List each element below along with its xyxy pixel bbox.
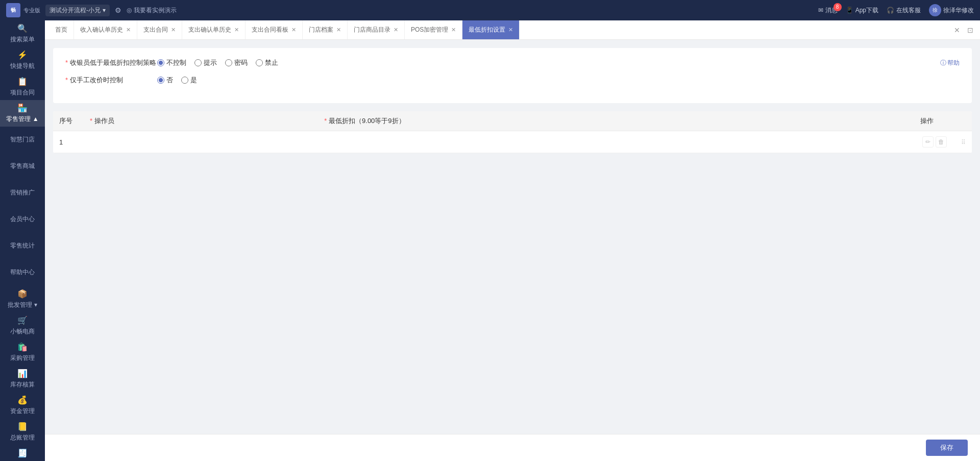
- tab-close-icon[interactable]: ✕: [291, 27, 296, 33]
- tab-min-discount[interactable]: 最低折扣设置 ✕: [462, 20, 520, 40]
- headset-icon: 🎧: [887, 7, 894, 14]
- required-marker2: *: [65, 76, 68, 84]
- col-discount-header: * 最低折扣（9.00等于9折）: [318, 111, 914, 131]
- tabbar: 首页 收入确认单历史 ✕ 支出合同 ✕ 支出确认单历史 ✕ 支出合同看板 ✕ 门…: [45, 20, 980, 40]
- sidebar-item-label: 资金管理: [10, 407, 35, 416]
- discount-policy-options: 不控制 提示 密码 禁止: [157, 58, 278, 67]
- option-yes-label: 是: [190, 76, 197, 85]
- tab-close-icon[interactable]: ✕: [126, 27, 131, 33]
- tab-store-file-label: 门店档案: [309, 26, 333, 34]
- close-tab-btn[interactable]: ✕: [951, 25, 963, 36]
- content-area: 首页 收入确认单历史 ✕ 支出合同 ✕ 支出确认单历史 ✕ 支出合同看板 ✕ 门…: [45, 20, 980, 461]
- option-password[interactable]: 密码: [225, 58, 248, 67]
- tab-income-history-label: 收入确认单历史: [80, 26, 123, 34]
- topbar-right: ✉ 消息 8 📱 App下载 🎧 在线客服 徐 徐泽华修改: [818, 4, 974, 16]
- option-password-label: 密码: [234, 58, 248, 67]
- edit-btn[interactable]: ✏: [922, 136, 934, 148]
- username: 徐泽华修改: [943, 6, 974, 15]
- tab-store-file[interactable]: 门店档案 ✕: [303, 20, 348, 40]
- app-download-action[interactable]: 📱 App下载: [846, 6, 878, 15]
- delete-btn[interactable]: 🗑: [936, 136, 947, 148]
- tab-home[interactable]: 首页: [49, 20, 74, 40]
- help-link-text: 帮助: [947, 59, 960, 67]
- project-name: 测试分开流程-小兄: [50, 6, 101, 15]
- table-section: 序号 * 操作员 * 最低折扣（9.00等于9折） 操作 1: [53, 111, 972, 153]
- tab-pay-contract-board[interactable]: 支出合同看板 ✕: [246, 20, 303, 40]
- sidebar-item-label: 库存核算: [10, 381, 35, 389]
- sidebar-item-marketing[interactable]: 营销推广: [0, 180, 45, 206]
- discount-policy-label: * 收银员低于最低折扣控制策略: [65, 58, 157, 67]
- tab-close-icon[interactable]: ✕: [336, 27, 341, 33]
- sidebar-item-online-shop[interactable]: 零售商城: [0, 153, 45, 180]
- sidebar-item-finance[interactable]: 💰 资金管理: [0, 392, 45, 419]
- project-selector[interactable]: 测试分开流程-小兄 ▾: [45, 5, 110, 16]
- dropdown-icon: ▾: [103, 7, 106, 14]
- sidebar-item-smart-store[interactable]: 智慧门店: [0, 127, 45, 153]
- settings-icon[interactable]: ⚙: [115, 6, 121, 14]
- tab-close-icon[interactable]: ✕: [234, 27, 239, 33]
- tab-close-active-icon[interactable]: ✕: [508, 27, 513, 33]
- tab-pay-contract-label: 支出合同: [143, 26, 168, 34]
- tab-pos-encrypt[interactable]: POS加密管理 ✕: [405, 20, 462, 40]
- help-link[interactable]: ⓘ 帮助: [940, 59, 960, 67]
- online-support-action[interactable]: 🎧 在线客服: [887, 6, 921, 15]
- demo-link[interactable]: ◎ 我要看实例演示: [127, 6, 177, 15]
- ecommerce-icon: 🛒: [17, 316, 28, 325]
- tab-close-icon[interactable]: ✕: [171, 27, 176, 33]
- sidebar-item-label: 小畅电商: [10, 328, 35, 336]
- sidebar-item-ecommerce[interactable]: 🛒 小畅电商: [0, 312, 45, 339]
- option-forbid[interactable]: 禁止: [256, 58, 278, 67]
- tab-store-catalog[interactable]: 门店商品目录 ✕: [348, 20, 405, 40]
- tab-income-history[interactable]: 收入确认单历史 ✕: [74, 20, 137, 40]
- option-no-control-label: 不控制: [166, 58, 186, 67]
- main-layout: 🔍 搜索菜单 ⚡ 快捷导航 📋 项目合同 🏪 零售管理 ▲ 智慧门店 零售商城 …: [0, 20, 980, 461]
- sidebar-item-label: 快捷导航: [10, 62, 35, 70]
- help-circle-icon: ⓘ: [940, 59, 946, 67]
- app-download-label: App下载: [855, 6, 878, 15]
- tab-pay-contract[interactable]: 支出合同 ✕: [137, 20, 182, 40]
- sidebar-item-help[interactable]: 帮助中心: [0, 259, 45, 286]
- option-no-control[interactable]: 不控制: [157, 58, 186, 67]
- sidebar-item-search[interactable]: 🔍 搜索菜单: [0, 20, 45, 47]
- tab-pay-confirm-history-label: 支出确认单历史: [188, 26, 231, 34]
- tab-close-icon[interactable]: ✕: [451, 27, 456, 33]
- sidebar-item-accounting[interactable]: 📒 总账管理: [0, 419, 45, 445]
- tab-close-icon[interactable]: ✕: [394, 27, 398, 33]
- sidebar-item-label: 帮助中心: [10, 269, 35, 277]
- user-area[interactable]: 徐 徐泽华修改: [929, 4, 974, 16]
- option-remind[interactable]: 提示: [194, 58, 217, 67]
- tab-store-catalog-label: 门店商品目录: [354, 26, 390, 34]
- maximize-btn[interactable]: ⊡: [965, 25, 976, 36]
- invoice-icon: 🧾: [17, 448, 28, 458]
- cell-operator: [84, 131, 318, 153]
- logo-icon: 畅: [6, 3, 20, 17]
- tab-pay-confirm-history[interactable]: 支出确认单历史 ✕: [182, 20, 246, 40]
- sidebar-item-contract[interactable]: 📋 项目合同: [0, 74, 45, 100]
- option-no[interactable]: 否: [157, 76, 173, 85]
- sidebar-item-retail[interactable]: 🏪 零售管理 ▲: [0, 100, 45, 127]
- sidebar-item-invoice[interactable]: 🧾 发票管理: [0, 445, 45, 461]
- manual-price-label: * 仅手工改价时控制: [65, 76, 157, 85]
- sidebar-item-inventory[interactable]: 📊 库存核算: [0, 366, 45, 392]
- message-icon: ✉: [818, 7, 823, 14]
- message-action[interactable]: ✉ 消息 8: [818, 6, 838, 15]
- drag-handle[interactable]: ⠿: [961, 139, 966, 146]
- sidebar-item-wholesale[interactable]: 📦 批发管理 ▾: [0, 286, 45, 312]
- cell-actions: ✏ 🗑: [914, 131, 955, 153]
- data-table: 序号 * 操作员 * 最低折扣（9.00等于9折） 操作 1: [53, 111, 972, 153]
- action-buttons: ✏ 🗑: [920, 136, 949, 148]
- sidebar-item-quicknav[interactable]: ⚡ 快捷导航: [0, 47, 45, 74]
- sidebar-item-member[interactable]: 会员中心: [0, 206, 45, 233]
- save-button[interactable]: 保存: [926, 440, 968, 456]
- retail-icon: 🏪: [17, 103, 28, 113]
- search-icon: 🔍: [17, 23, 28, 33]
- option-yes[interactable]: 是: [181, 76, 197, 85]
- sidebar-item-purchase[interactable]: 🛍️ 采购管理: [0, 339, 45, 366]
- sidebar-item-label: 采购管理: [10, 354, 35, 362]
- wholesale-icon: 📦: [17, 289, 28, 299]
- sidebar-item-retail-stats[interactable]: 零售统计: [0, 233, 45, 259]
- col-drag-header: [955, 111, 972, 131]
- sidebar-item-label: 营销推广: [10, 189, 35, 197]
- tab-pos-encrypt-label: POS加密管理: [411, 26, 448, 34]
- sidebar-item-label: 零售商城: [10, 162, 35, 171]
